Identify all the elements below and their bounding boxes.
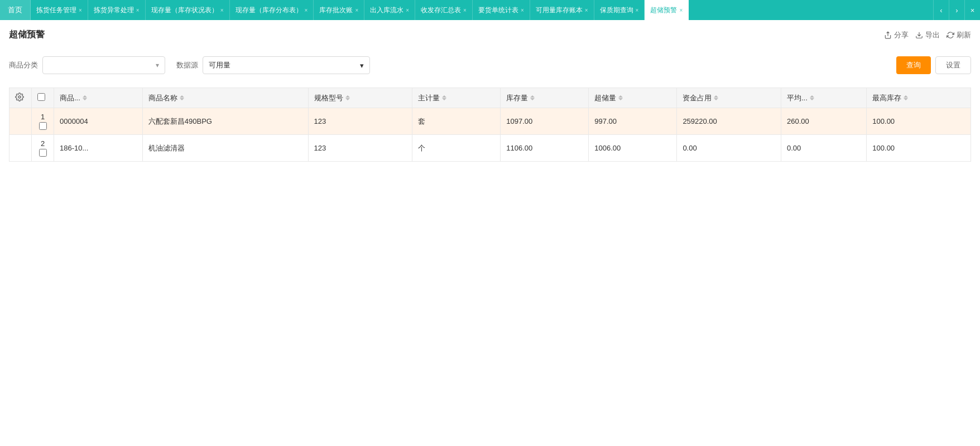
query-button[interactable]: 查询 [896,56,931,74]
nav-tab-close-2[interactable]: × [220,7,224,13]
nav-tab-label-5: 出入库流水 [370,6,403,15]
th-avg[interactable]: 平均... [781,88,866,108]
row-checkbox-0[interactable] [39,122,47,130]
stock-sort-icon [530,95,535,100]
nav-tab-close-7[interactable]: × [521,7,524,13]
over-stock-sort-icon [618,95,623,100]
th-product-name[interactable]: 商品名称 [142,88,308,108]
nav-tab-6[interactable]: 出入库流水 × [364,0,415,20]
nav-tab-11[interactable]: 超储预警 × [645,0,689,20]
th-capital[interactable]: 资金占用 [677,88,781,108]
row-avg-1: 0.00 [781,135,866,162]
table-gear-icon[interactable] [15,93,24,101]
nav-tab-10[interactable]: 保质期查询 × [594,0,645,20]
nav-tab-label-1: 拣货异常处理 [94,6,134,15]
th-unit[interactable]: 主计量 [412,88,501,108]
nav-tab-3[interactable]: 现存量（库存状况表） × [146,0,230,20]
select-all-checkbox[interactable] [37,93,45,101]
export-icon [915,31,923,39]
filter-data-source: 数据源 可用量 ▾ [176,56,370,74]
nav-tab-close-4[interactable]: × [355,7,358,13]
unit-sort-icon [442,95,446,100]
th-over-stock[interactable]: 超储量 [589,88,677,108]
product-category-chevron-icon: ▾ [156,61,159,69]
row-product-name-0: 六配套新昌490BPG [142,108,308,135]
table-row: 1 0000004 六配套新昌490BPG 123 套 1097.00 997.… [9,108,971,135]
nav-tab-label-6: 收发存汇总表 [421,6,461,15]
nav-tab-label-10: 超储预警 [650,6,677,15]
nav-tab-label-9: 保质期查询 [600,6,633,15]
spec-sort-icon [345,95,350,100]
nav-prev-arrow[interactable]: ‹ [933,0,949,20]
nav-close-arrow[interactable]: × [964,0,980,20]
data-source-label: 数据源 [176,60,198,70]
th-capital-label: 资金占用 [683,93,712,103]
data-source-value: 可用量 [209,60,360,70]
th-checkbox[interactable] [32,88,54,108]
nav-tab-label-8: 可用量库存账本 [536,6,583,15]
row-product-code-1: 186-10... [54,135,143,162]
th-spec[interactable]: 规格型号 [308,88,412,108]
row-stock-0: 1097.00 [501,108,589,135]
row-spec-1: 123 [308,135,412,162]
avg-sort-icon [810,95,814,100]
filter-actions: 查询 设置 [896,56,971,74]
row-over-stock-1: 1006.00 [589,135,677,162]
product-category-label: 商品分类 [9,60,38,70]
capital-sort-icon [714,95,718,100]
data-source-select[interactable]: 可用量 ▾ [203,56,370,74]
page-header: 超储预警 分享 导出 刷新 [9,29,971,41]
nav-tab-7[interactable]: 收发存汇总表 × [415,0,473,20]
nav-next-arrow[interactable]: › [949,0,964,20]
row-checkbox-1[interactable] [39,149,47,157]
th-spec-label: 规格型号 [314,93,343,103]
row-max-stock-0: 100.00 [867,108,971,135]
nav-tab-label-7: 要货单统计表 [478,6,518,15]
nav-tab-2[interactable]: 拣货异常处理 × [88,0,146,20]
refresh-label: 刷新 [957,30,971,40]
row-gear-0 [9,108,32,135]
th-max-stock[interactable]: 最高库存 [867,88,971,108]
nav-tab-home[interactable]: 首页 [0,0,31,20]
nav-tab-1[interactable]: 拣货任务管理 × [31,0,88,20]
nav-tab-close-1[interactable]: × [136,7,140,13]
nav-tab-close-5[interactable]: × [406,7,409,13]
th-over-stock-label: 超储量 [594,93,616,103]
share-icon [884,31,892,39]
nav-tab-close-10[interactable]: × [679,7,683,13]
refresh-icon [947,31,954,39]
row-stock-1: 1106.00 [501,135,589,162]
nav-tab-8[interactable]: 要货单统计表 × [473,0,530,20]
settings-button[interactable]: 设置 [935,56,971,74]
product-name-sort-icon [180,95,184,100]
th-gear[interactable] [9,88,32,108]
th-stock[interactable]: 库存量 [501,88,589,108]
nav-tab-4[interactable]: 现存量（库存分布表） × [230,0,314,20]
nav-tab-close-8[interactable]: × [585,7,588,13]
row-capital-0: 259220.00 [677,108,781,135]
table-body: 1 0000004 六配套新昌490BPG 123 套 1097.00 997.… [9,108,971,162]
row-gear-1 [9,135,32,162]
refresh-action[interactable]: 刷新 [947,30,971,40]
th-product-code[interactable]: 商品... [54,88,143,108]
nav-arrows: ‹ › × [933,0,980,20]
nav-tab-label-2: 现存量（库存状况表） [151,6,218,15]
table-header-row: 商品... 商品名称 [9,88,971,108]
share-action[interactable]: 分享 [884,30,909,40]
th-avg-label: 平均... [787,93,808,103]
row-avg-0: 260.00 [781,108,866,135]
nav-tab-label-4: 库存批次账 [319,6,353,15]
export-label: 导出 [925,30,940,40]
export-action[interactable]: 导出 [915,30,940,40]
nav-tab-close-6[interactable]: × [463,7,467,13]
nav-tab-close-3[interactable]: × [305,7,308,13]
nav-tab-close-9[interactable]: × [636,7,639,13]
row-unit-1: 个 [412,135,501,162]
table-row: 2 186-10... 机油滤清器 123 个 1106.00 1006.00 … [9,135,971,162]
header-actions: 分享 导出 刷新 [884,30,971,40]
nav-tab-5[interactable]: 库存批次账 × [314,0,364,20]
nav-tab-close-0[interactable]: × [79,7,82,13]
nav-tab-9[interactable]: 可用量库存账本 × [530,0,594,20]
product-category-select[interactable]: ▾ [42,56,165,74]
nav-tab-label-0: 拣货任务管理 [36,6,76,15]
